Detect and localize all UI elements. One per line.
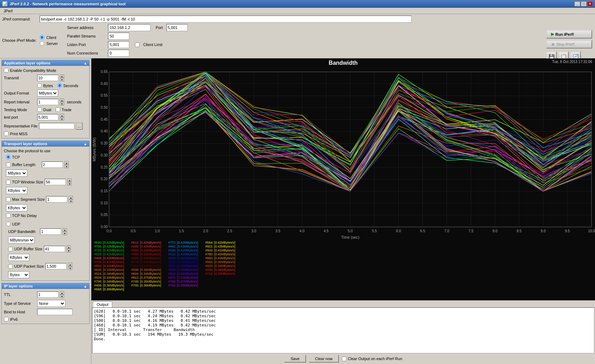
app-layer-header: Application layer options ▲ (2, 60, 89, 66)
print-mss-checkbox[interactable] (4, 131, 8, 136)
minimize-button[interactable]: _ (574, 1, 580, 6)
udp-packet-unit-select[interactable]: BytesKBytes (8, 271, 29, 278)
udp-buffer-input[interactable] (44, 246, 65, 252)
ttl-down[interactable]: ▼ (60, 295, 64, 298)
tcp-window-input[interactable] (45, 179, 66, 185)
legend-item: #692: [0.42MBytes/s] (168, 260, 198, 264)
legend-item: #652: [0.35MBytes/s] (168, 264, 198, 268)
output-tab[interactable]: Output (93, 301, 112, 307)
bytes-radio[interactable] (37, 83, 42, 88)
legend-item: #548: [0.41MBytes/s] (168, 249, 198, 252)
max-segment-down[interactable]: ▼ (69, 199, 73, 203)
num-connections-label: Num Connections (67, 51, 106, 55)
udp-bandwidth-unit-select[interactable]: MBytes/secKBytes/sec (8, 237, 35, 244)
rep-file-input[interactable] (39, 123, 74, 129)
udp-bandwidth-input[interactable] (40, 228, 61, 235)
ttl-input[interactable] (37, 291, 58, 298)
clear-on-run-checkbox[interactable] (342, 357, 346, 361)
buffer-up[interactable]: ▲ (64, 161, 69, 165)
transport-layer-collapse[interactable]: ▲ (84, 142, 87, 146)
legend-item: #828: [0.34MBytes/s] (205, 264, 236, 268)
port-label: Port (155, 25, 163, 30)
ttl-up[interactable]: ▲ (60, 291, 64, 295)
parallel-streams-input[interactable] (108, 33, 129, 40)
server-address-input[interactable] (108, 24, 151, 31)
server-label: Server (46, 41, 58, 46)
tcp-no-delay-checkbox[interactable] (6, 213, 11, 218)
max-segment-unit-select[interactable]: KBytesMBytesBytes (6, 204, 27, 211)
tos-select[interactable]: None (37, 300, 66, 307)
maximize-button[interactable]: □ (581, 1, 586, 6)
bind-host-input[interactable] (37, 309, 73, 315)
listen-port-input[interactable] (108, 41, 129, 48)
buffer-length-checkbox[interactable] (6, 163, 11, 167)
window-controls[interactable]: _ □ ✕ (574, 1, 593, 6)
client-radio[interactable] (40, 35, 44, 40)
run-button[interactable]: ▶ Run iPerf! (546, 30, 592, 39)
compatibility-mode-checkbox[interactable] (4, 68, 8, 73)
tcp-window-up[interactable]: ▲ (67, 178, 72, 182)
transmit-input[interactable] (37, 75, 58, 81)
client-limit-checkbox[interactable] (135, 42, 140, 47)
num-connections-input[interactable] (108, 50, 129, 57)
ipv6-checkbox[interactable] (4, 317, 8, 322)
udp-packet-input[interactable] (45, 263, 67, 269)
browse-button[interactable]: ... (76, 123, 83, 130)
legend-item: #668: [0.36MBytes/s] (94, 288, 124, 291)
report-interval-input[interactable] (37, 99, 58, 105)
save-button[interactable]: Save (284, 355, 306, 363)
server-radio[interactable] (40, 41, 44, 46)
udp-radio[interactable] (6, 222, 11, 226)
buffer-down[interactable]: ▼ (64, 165, 69, 168)
test-port-input[interactable] (37, 114, 58, 120)
tcp-window-checkbox[interactable] (6, 180, 11, 184)
legend-item: #812: [0.37MBytes/s] (131, 276, 162, 279)
close-button[interactable]: ✕ (587, 1, 593, 6)
legend-item: #500: [0.41MBytes/s] (205, 249, 236, 252)
udp-buffer-unit-select[interactable]: KBytesMBytesBytes (8, 254, 29, 261)
clear-button[interactable]: Clear now (309, 355, 339, 363)
title-bar: 📊 JPerf 2.0.2 - Network performance meas… (0, 0, 595, 8)
legend-item: #780: [0.42MBytes/s] (205, 252, 236, 256)
report-interval-down[interactable]: ▼ (60, 102, 64, 106)
max-segment-up[interactable]: ▲ (69, 196, 73, 199)
report-interval-up[interactable]: ▲ (60, 98, 64, 102)
command-input[interactable] (40, 16, 412, 23)
tcp-radio[interactable] (6, 155, 11, 159)
udp-buffer-checkbox[interactable] (8, 247, 13, 251)
test-port-up[interactable]: ▲ (60, 114, 64, 117)
udp-buffer-up[interactable]: ▲ (67, 245, 71, 249)
legend-item: #732: [0.36MBytes/s] (168, 284, 198, 287)
tcp-window-down[interactable]: ▼ (67, 182, 72, 186)
menu-jperf[interactable]: JPerf (1, 9, 15, 13)
app-layer-collapse[interactable]: ▲ (84, 61, 87, 65)
transport-layer-section: Transport layer options ▲ Choose the pro… (1, 141, 90, 281)
buffer-length-input[interactable] (42, 161, 63, 168)
trade-checkbox[interactable] (56, 107, 60, 112)
transmit-up[interactable]: ▲ (60, 74, 64, 78)
udp-packet-up[interactable]: ▲ (68, 263, 72, 266)
port-input[interactable] (166, 24, 188, 31)
legend-item: #604: [0.34MBytes/s] (94, 276, 124, 279)
output-format-select[interactable]: MBytes Bytes KBytes GBytes (37, 90, 58, 97)
max-segment-input[interactable] (46, 196, 67, 203)
udp-packet-checkbox[interactable] (8, 264, 13, 269)
tcp-window-unit-select[interactable]: KBytesMBytesBytes (6, 187, 27, 194)
seconds-radio[interactable] (57, 83, 62, 88)
udp-packet-down[interactable]: ▼ (68, 266, 72, 270)
buffer-unit-select[interactable]: MBytesKBytesBytes (6, 170, 27, 177)
stop-button[interactable]: ⏹ Stop iPerf! (546, 40, 592, 49)
transport-layer-header: Transport layer options ▲ (2, 141, 89, 147)
udp-bandwidth-down[interactable]: ▼ (63, 232, 67, 235)
transmit-down[interactable]: ▼ (60, 78, 64, 81)
udp-buffer-down[interactable]: ▼ (67, 249, 71, 252)
chart-title: Bandwidth (91, 58, 595, 66)
dual-checkbox[interactable] (37, 107, 42, 112)
legend-area: #820: [0.42MBytes/s]#756: [0.43MBytes/s]… (91, 239, 595, 300)
transport-layer-content: Choose the protocol to use TCP Buffer Le… (2, 147, 89, 280)
test-port-down[interactable]: ▼ (60, 117, 64, 121)
max-segment-checkbox[interactable] (6, 197, 11, 202)
legend-item: #508: [0.36MBytes/s] (131, 268, 162, 272)
udp-bandwidth-up[interactable]: ▲ (63, 228, 67, 232)
ip-layer-collapse[interactable]: ▲ (84, 284, 87, 288)
